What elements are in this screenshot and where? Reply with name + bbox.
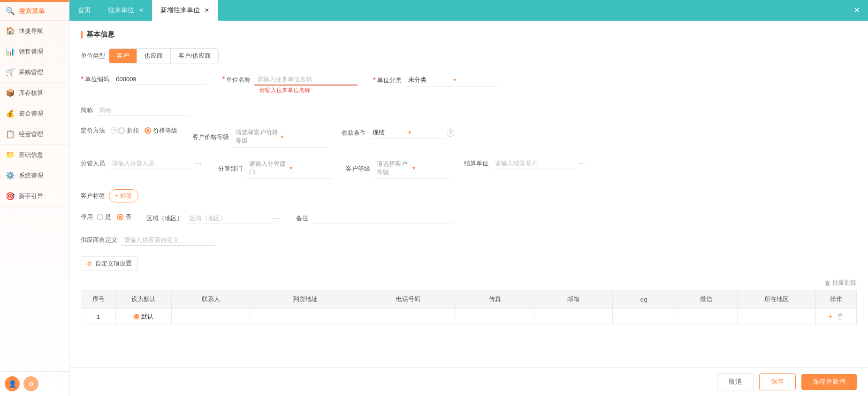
row-fax-input[interactable] bbox=[476, 313, 514, 320]
sidebar-item-label: 销售管理 bbox=[19, 47, 43, 56]
disabled-no[interactable]: 否 bbox=[117, 213, 131, 221]
row-email[interactable] bbox=[534, 309, 612, 325]
row-wechat-input[interactable] bbox=[692, 313, 720, 320]
col-contact: 联系人 bbox=[172, 290, 250, 309]
customer-level-select[interactable]: 请选择客户等级 ▾ bbox=[374, 158, 449, 179]
sidebar-item-system[interactable]: ⚙️ 系统管理 bbox=[0, 165, 69, 186]
tab-home[interactable]: 首页 bbox=[69, 0, 99, 21]
region-more-btn[interactable]: ··· bbox=[271, 214, 281, 223]
unit-category-select[interactable]: 未分类 ▾ bbox=[405, 74, 499, 86]
row-contact-input[interactable] bbox=[192, 313, 229, 320]
money-icon: 💰 bbox=[6, 109, 15, 118]
unit-name-input[interactable] bbox=[254, 74, 358, 85]
unit-code-input[interactable] bbox=[113, 74, 207, 85]
tab-bar-close-btn[interactable]: ✕ bbox=[846, 5, 868, 16]
discount-radio-circle bbox=[118, 127, 125, 134]
row-qq[interactable] bbox=[613, 309, 675, 325]
settlement-input[interactable] bbox=[492, 158, 577, 169]
sidebar-item-label: 库存核算 bbox=[19, 89, 43, 97]
row-qq-input[interactable] bbox=[630, 313, 658, 320]
customer-price-label: 客户价格等级 bbox=[192, 133, 229, 141]
row-contact[interactable] bbox=[172, 309, 250, 325]
payment-condition-label: 收款条件 bbox=[342, 129, 366, 137]
unit-type-btn-group: 客户 供应商 客户/供应商 bbox=[109, 48, 219, 63]
cancel-button[interactable]: 取消 bbox=[717, 373, 754, 390]
row-email-input[interactable] bbox=[555, 313, 592, 320]
type-btn-customer[interactable]: 客户 bbox=[109, 49, 137, 63]
search-icon: 🔍 bbox=[6, 7, 15, 16]
sidebar-search[interactable]: 🔍 搜索菜单 bbox=[0, 2, 69, 21]
row-phone[interactable] bbox=[361, 309, 456, 325]
alias-row: 简称 bbox=[81, 105, 857, 118]
col-phone: 电话号码 bbox=[361, 290, 456, 309]
row-phone-input[interactable] bbox=[385, 313, 432, 320]
row-region[interactable] bbox=[737, 309, 815, 325]
sidebar-item-label: 经营管理 bbox=[19, 130, 43, 139]
row-address-input[interactable] bbox=[277, 313, 334, 320]
sidebar-item-label: 新手引导 bbox=[19, 192, 43, 201]
pricing-help-icon[interactable]: ? bbox=[111, 127, 118, 134]
sidebar-item-purchase[interactable]: 🛒 采购管理 bbox=[0, 62, 69, 83]
region-input[interactable] bbox=[187, 213, 271, 224]
col-default: 设为默认 bbox=[116, 290, 172, 309]
tab-new-counterparty-close[interactable]: ✕ bbox=[205, 7, 209, 14]
manager-group: 分管人员 ··· bbox=[81, 158, 203, 169]
disabled-yes-label: 是 bbox=[105, 213, 111, 221]
sidebar-item-quick-nav[interactable]: 🏠 快捷导航 bbox=[0, 21, 69, 41]
supplier-custom-input[interactable] bbox=[121, 234, 215, 246]
sidebar-user-btn[interactable]: 👤 bbox=[5, 376, 20, 391]
sidebar-item-inventory[interactable]: 📦 库存核算 bbox=[0, 83, 69, 103]
row-wechat[interactable] bbox=[675, 309, 737, 325]
type-btn-supplier[interactable]: 供应商 bbox=[137, 49, 171, 63]
disabled-no-circle bbox=[117, 214, 123, 220]
alias-input[interactable] bbox=[97, 105, 190, 116]
tab-counterparty-close[interactable]: ✕ bbox=[139, 7, 144, 14]
customer-price-select[interactable]: 请选择客户价格等级 ▾ bbox=[233, 126, 327, 148]
supplier-custom-row: 供应商自定义 bbox=[81, 234, 857, 248]
sidebar-item-basic-info[interactable]: 📁 基础信息 bbox=[0, 145, 69, 165]
type-btn-both[interactable]: 客户/供应商 bbox=[171, 49, 218, 63]
save-new-button[interactable]: 保存并新增 bbox=[801, 374, 857, 390]
department-group: 分管部门 请输入分管部门 ▾ bbox=[218, 158, 331, 179]
settlement-group: 结算单位 ··· bbox=[464, 158, 586, 169]
row-region-input[interactable] bbox=[758, 313, 795, 320]
sidebar-item-finance[interactable]: 💰 资金管理 bbox=[0, 103, 69, 124]
custom-settings-button[interactable]: ⚙ 自定义项设置 bbox=[81, 256, 138, 271]
category-dropdown-icon: ▾ bbox=[453, 77, 496, 83]
sidebar-item-operation[interactable]: 📋 经营管理 bbox=[0, 124, 69, 145]
row-default-label: 默认 bbox=[141, 312, 153, 321]
row-add-btn[interactable]: + bbox=[828, 312, 832, 321]
row-default-radio[interactable] bbox=[134, 314, 139, 319]
pricing-group: 定价方法 ? 折扣 价格等级 bbox=[81, 126, 177, 135]
payment-help-icon[interactable]: ? bbox=[447, 129, 454, 137]
settlement-more-btn[interactable]: ··· bbox=[577, 159, 586, 168]
col-qq: qq bbox=[613, 290, 675, 309]
tab-new-counterparty[interactable]: 新增往来单位 ✕ bbox=[152, 0, 218, 21]
remark-input[interactable] bbox=[312, 213, 453, 224]
payment-condition-select[interactable]: 现结 ▾ bbox=[370, 126, 445, 139]
disabled-region-row: 停用 是 否 区域（地区） ··· bbox=[81, 213, 857, 226]
tab-bar: 首页 往来单位 ✕ 新增往来单位 ✕ ✕ bbox=[69, 0, 868, 21]
price-level-label: 价格等级 bbox=[153, 126, 177, 135]
manager-input[interactable] bbox=[109, 158, 193, 169]
tab-counterparty[interactable]: 往来单位 ✕ bbox=[99, 0, 152, 21]
add-tag-button[interactable]: + 标签 bbox=[109, 189, 138, 202]
pricing-discount[interactable]: 折扣 bbox=[118, 126, 139, 135]
unit-code-label: 单位编码 bbox=[85, 75, 109, 84]
sidebar-item-sales[interactable]: 📊 销售管理 bbox=[0, 41, 69, 62]
manager-more-btn[interactable]: ··· bbox=[193, 159, 203, 168]
row-fax[interactable] bbox=[456, 309, 534, 325]
row-delete-btn[interactable]: 🗑 bbox=[837, 312, 844, 321]
sidebar-settings-btn[interactable]: ⚙ bbox=[23, 376, 38, 391]
disabled-yes[interactable]: 是 bbox=[97, 213, 111, 221]
row-address[interactable] bbox=[250, 309, 361, 325]
department-select[interactable]: 请输入分管部门 ▾ bbox=[246, 158, 331, 179]
remark-group: 备注 bbox=[296, 213, 453, 224]
target-icon: 🎯 bbox=[6, 192, 15, 201]
sidebar-item-guide[interactable]: 🎯 新手引导 bbox=[0, 186, 69, 207]
unit-category-label: 单位分类 bbox=[377, 76, 402, 85]
batch-delete-button[interactable]: 🗑 批量删除 bbox=[824, 279, 857, 287]
pricing-price-level[interactable]: 价格等级 bbox=[145, 126, 177, 135]
save-button[interactable]: 保存 bbox=[759, 373, 796, 390]
table-header-row: 序号 设为默认 联系人 到货地址 电话号码 传真 邮箱 qq 微信 所在地区 操… bbox=[81, 290, 857, 309]
